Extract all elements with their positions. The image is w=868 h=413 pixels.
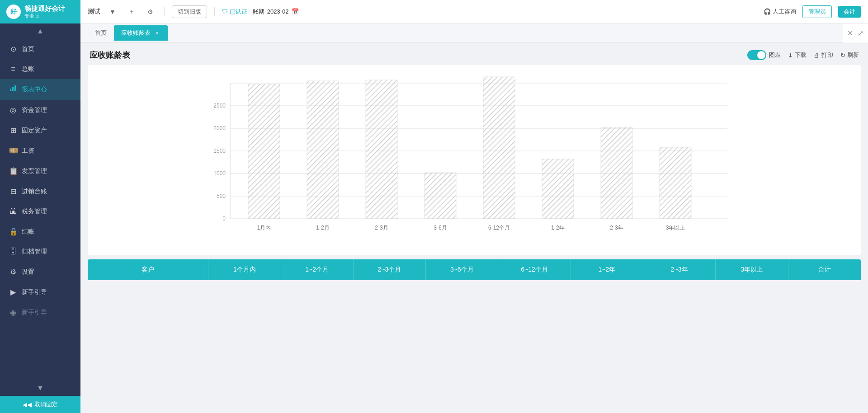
th-2year: 2~3年: [643, 259, 716, 280]
svg-text:1月内: 1月内: [257, 225, 271, 231]
settings-top-btn[interactable]: ⚙: [144, 6, 157, 17]
sidebar-item-ledger-label: 总账: [22, 65, 34, 73]
period-info: 账期 2023-02 📅: [253, 8, 299, 16]
sidebar-item-invoices-label: 发票管理: [22, 167, 47, 175]
sidebar-item-inventory[interactable]: ⊟ 进销台账: [0, 181, 80, 202]
bar-4: [425, 173, 456, 219]
th-6month: 3~6个月: [426, 259, 498, 280]
service-label: 人工咨询: [773, 8, 796, 16]
bar-3: [366, 80, 397, 219]
sidebar-item-invoices[interactable]: 📋 发票管理: [0, 161, 80, 181]
scroll-up-btn[interactable]: ▲: [0, 25, 80, 37]
sidebar-item-archive[interactable]: 🗄 归档管理: [0, 242, 80, 262]
period-label: 账期: [253, 8, 264, 16]
sidebar-item-payroll[interactable]: 💴 工资: [0, 141, 80, 161]
tab-home-label: 首页: [95, 29, 107, 37]
topbar-right: 🎧 人工咨询 管理员 会计: [764, 5, 861, 18]
sidebar-item-reports-label: 报表中心: [22, 85, 47, 94]
dropdown-btn[interactable]: ▼: [106, 6, 119, 17]
tax-icon: 🏛: [9, 207, 17, 216]
svg-text:0: 0: [222, 216, 226, 222]
svg-text:2-3月: 2-3月: [375, 225, 388, 231]
svg-rect-2: [14, 85, 16, 91]
sidebar-item-assets[interactable]: ⊞ 固定资产: [0, 120, 80, 141]
main-content: 测试 ▼ ＋ ⚙ 切到旧版 🛡 已认证 账期 2023-02 📅 🎧 人工咨询: [80, 0, 868, 413]
user-btn[interactable]: 管理员: [802, 5, 832, 18]
service-btn[interactable]: 🎧 人工咨询: [764, 8, 796, 16]
table-section: 客户 1个月内 1~2个月 2~3个月 3~6个月 6~12个月 1~2年 2~…: [88, 259, 861, 280]
tab-home[interactable]: 首页: [88, 25, 114, 41]
add-btn[interactable]: ＋: [125, 6, 138, 18]
svg-text:1-2月: 1-2月: [316, 225, 329, 231]
switch-version-btn[interactable]: 切到旧版: [172, 5, 207, 18]
guide-icon: ▶: [9, 288, 17, 296]
download-icon: ⬇: [788, 52, 793, 59]
print-label: 打印: [821, 51, 833, 59]
period-value: 2023-02: [267, 8, 289, 15]
bar-2: [307, 81, 339, 219]
refresh-btn[interactable]: ↻ 刷新: [840, 51, 859, 59]
topbar-divider-1: [164, 7, 165, 16]
unknown-icon: ◉: [9, 308, 17, 317]
sidebar-item-reports[interactable]: 报表中心: [0, 79, 80, 100]
bar-6: [542, 159, 574, 219]
table-header: 客户 1个月内 1~2个月 2~3个月 3~6个月 6~12个月 1~2年 2~…: [88, 259, 861, 280]
chart-container: 0 500 1000 1500 2000 2500 1月内 1-2月 2-3月: [101, 74, 847, 246]
bar-1: [248, 84, 280, 219]
th-1year: 1~2年: [571, 259, 643, 280]
chart-toggle-switch[interactable]: [747, 50, 766, 60]
plus-icon: ＋: [128, 8, 135, 16]
sidebar-item-archive-label: 归档管理: [22, 248, 47, 256]
th-12month: 6~12个月: [498, 259, 571, 280]
page-header: 应收账龄表 图表 ⬇ 下载 🖨 打印 ↻ 刷新: [80, 42, 868, 65]
sidebar-item-close[interactable]: 🔒 结账: [0, 221, 80, 242]
sidebar-item-tax[interactable]: 🏛 税务管理: [0, 202, 80, 221]
th-total: 合计: [788, 259, 861, 280]
th-1month: 1个月内: [208, 259, 281, 280]
assets-icon: ⊞: [9, 126, 17, 135]
close-account-icon: 🔒: [9, 227, 17, 236]
calendar-icon[interactable]: 📅: [292, 8, 299, 15]
print-btn[interactable]: 🖨 打印: [814, 51, 833, 59]
svg-text:3-6月: 3-6月: [434, 225, 447, 231]
headset-icon: 🎧: [764, 8, 771, 15]
tab-aging-label: 应收账龄表: [121, 29, 151, 37]
sidebar-item-funds[interactable]: ◎ 资金管理: [0, 100, 80, 120]
svg-rect-1: [12, 87, 14, 91]
print-icon: 🖨: [814, 52, 820, 59]
svg-text:1-2年: 1-2年: [551, 225, 564, 231]
topbar-divider-2: [214, 7, 215, 16]
sidebar-item-unknown[interactable]: ◉ 新手引导: [0, 302, 80, 323]
cancel-fixed-btn[interactable]: ◀◀ 取消固定: [0, 396, 80, 413]
gear-icon: ⚙: [147, 8, 153, 15]
sidebar-item-guide-label: 新手引导: [22, 288, 47, 296]
th-customer: 客户: [88, 259, 208, 280]
ledger-icon: ≡: [9, 65, 17, 73]
svg-text:2000: 2000: [213, 125, 226, 131]
certified-label: 已认证: [230, 8, 247, 16]
bar-8: [660, 147, 691, 219]
sidebar-item-home[interactable]: ⊙ 首页: [0, 39, 80, 59]
home-icon: ⊙: [9, 45, 17, 53]
archive-icon: 🗄: [9, 248, 17, 256]
close-window-btn[interactable]: ✕: [847, 29, 853, 38]
settings-icon: ⚙: [9, 268, 17, 276]
tab-close-btn[interactable]: ×: [153, 29, 160, 37]
maximize-btn[interactable]: ⤢: [858, 29, 863, 38]
sidebar-item-ledger[interactable]: ≡ 总账: [0, 59, 80, 79]
scroll-down-btn[interactable]: ▼: [0, 382, 80, 394]
sidebar-item-funds-label: 资金管理: [22, 106, 47, 114]
th-2month: 1~2个月: [281, 259, 354, 280]
role-btn[interactable]: 会计: [838, 6, 861, 18]
sidebar-item-guide[interactable]: ▶ 新手引导: [0, 282, 80, 302]
tab-aging[interactable]: 应收账龄表 ×: [114, 25, 168, 41]
invoices-icon: 📋: [9, 167, 17, 175]
chart-toggle: 图表: [747, 50, 781, 60]
refresh-label: 刷新: [847, 51, 859, 59]
sidebar-item-settings[interactable]: ⚙ 设置: [0, 262, 80, 282]
page-actions: 图表 ⬇ 下载 🖨 打印 ↻ 刷新: [747, 50, 859, 60]
download-btn[interactable]: ⬇ 下载: [788, 51, 807, 59]
reports-icon: [9, 85, 17, 94]
chart-toggle-label: 图表: [769, 51, 781, 59]
bar-5: [483, 77, 515, 219]
